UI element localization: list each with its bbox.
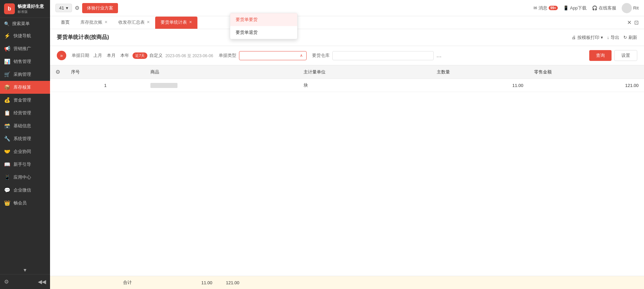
this-month-btn[interactable]: 本月 — [105, 52, 117, 59]
settings-icon[interactable]: ⚙ — [4, 279, 9, 285]
version-select[interactable]: 41 ▾ — [55, 4, 72, 12]
trial-button[interactable]: 体验行业方案 — [82, 3, 118, 13]
sidebar-bottom: ⚙ ◀◀ — [0, 274, 50, 289]
app-logo-icon: b — [4, 3, 15, 14]
refresh-btn[interactable]: ↻ 刷新 — [623, 35, 637, 41]
warehouse-more-btn[interactable]: … — [436, 52, 442, 59]
app-center-icon: 📱 — [4, 174, 10, 180]
sidebar-item-operation[interactable]: 📋 经营管理 — [0, 107, 50, 119]
print-template-btn[interactable]: 🖨 按模板打印 ▾ — [572, 35, 603, 41]
col-row-num-header: 序号 — [66, 65, 145, 79]
sidebar-item-sales[interactable]: 📊 销售管理 — [0, 55, 50, 68]
recent-7-days-btn[interactable]: 近7天 — [133, 52, 147, 59]
filter-bar: » 单据日期 上月 本月 本年 近7天 自定义 2023-05-06 至 202… — [50, 46, 644, 65]
col-amount-header: 零售金额 — [529, 65, 644, 79]
topbar-right: ✉ 消息 99+ 📱 App下载 🎧 在线客服 Rit — [533, 3, 639, 13]
tab-close-inventory-batch[interactable]: ✕ — [104, 20, 108, 24]
date-filter-group: 单据日期 上月 本月 本年 近7天 自定义 2023-05-06 至 2023-… — [72, 52, 213, 59]
wechat-icon: 💬 — [4, 187, 10, 193]
type-select-field[interactable] — [243, 53, 297, 58]
message-icon: ✉ — [533, 5, 537, 10]
tab-inventory-batch[interactable]: 库存批次账 ✕ — [75, 17, 113, 29]
filter-expand-btn[interactable]: » — [57, 51, 66, 60]
guide-icon: 📖 — [4, 161, 10, 168]
sidebar-item-finance[interactable]: 💰 资金管理 — [0, 94, 50, 107]
col-settings-icon[interactable]: ⚙ — [55, 69, 60, 75]
sidebar-scroll-down[interactable]: ▼ — [0, 266, 50, 274]
tab-close-receivable-summary[interactable]: ✕ — [147, 20, 150, 24]
goods-blurred — [150, 83, 177, 88]
sidebar-item-member[interactable]: 👑 畅会员 — [0, 197, 50, 209]
footer-label: 合计 — [123, 280, 191, 286]
headset-icon: 🎧 — [592, 5, 597, 10]
finance-icon: 💰 — [4, 97, 10, 103]
date-filter-label: 单据日期 — [72, 52, 89, 59]
refresh-icon: ↻ — [623, 35, 627, 40]
system-icon: 🔧 — [4, 136, 10, 142]
close-all-tabs-btn[interactable]: ✕ — [627, 19, 631, 26]
type-filter-group: 单据类型 ∧ — [219, 51, 307, 60]
custom-date-btn[interactable]: 自定义 — [149, 52, 163, 59]
app-logo-text: 畅捷通好生意 标准版 — [18, 3, 44, 14]
expand-tabs-btn[interactable]: ⊡ — [634, 19, 639, 26]
type-select[interactable]: ∧ — [239, 51, 307, 60]
search-icon: 🔍 — [4, 21, 9, 26]
page-header: 要货单统计表(按商品) 🖨 按模板打印 ▾ ↓ 导出 ↻ 刷新 — [50, 29, 644, 46]
tab-close-order-summary[interactable]: ✕ — [189, 20, 192, 24]
table-container: ⚙ 序号 商品 主计量单位 主数量 零售金额 1 — [50, 65, 644, 276]
topbar-settings-icon[interactable]: ⚙ — [75, 5, 79, 11]
row-settings-cell — [50, 79, 66, 92]
sidebar-item-marketing[interactable]: 📢 营销推广 — [0, 42, 50, 55]
member-icon: 👑 — [4, 200, 10, 206]
this-year-btn[interactable]: 本年 — [119, 52, 130, 59]
col-goods-header: 商品 — [145, 65, 298, 79]
sidebar-item-basic[interactable]: 🗃️ 基础信息 — [0, 119, 50, 132]
date-range-display: 2023-05-06 至 2023-06-06 — [165, 52, 213, 59]
sidebar-item-quick-nav[interactable]: ⚡ 快捷导航 — [0, 29, 50, 42]
tab-receivable-summary[interactable]: 收发存汇总表 ✕ — [113, 17, 155, 29]
sidebar-item-enterprise[interactable]: 🤝 企业协同 — [0, 145, 50, 158]
sidebar-item-purchase[interactable]: 🛒 采购管理 — [0, 68, 50, 81]
sidebar-item-inventory[interactable]: 📦 库存核算 — [0, 81, 50, 94]
user-profile[interactable]: Rit — [622, 3, 639, 13]
marketing-icon: 📢 — [4, 46, 10, 52]
sidebar-search[interactable]: 🔍 搜索菜单 — [0, 18, 50, 29]
online-service-btn[interactable]: 🎧 在线客服 — [592, 5, 616, 11]
row-num-cell: 1 — [66, 79, 145, 92]
sales-icon: 📊 — [4, 59, 10, 65]
date-shortcuts: 上月 本月 本年 近7天 自定义 — [92, 52, 163, 59]
export-icon: ↓ — [607, 35, 610, 40]
table-footer: 合计 11.00 121.00 — [50, 276, 644, 289]
row-unit-cell: 块 — [298, 79, 431, 92]
chevron-down-icon: ▾ — [66, 5, 68, 10]
collapse-icon[interactable]: ◀◀ — [38, 279, 46, 285]
main-area: 41 ▾ ⚙ 体验行业方案 ✉ 消息 99+ 📱 App下载 🎧 在线客服 R — [50, 0, 644, 289]
messages-btn[interactable]: ✉ 消息 99+ — [533, 5, 558, 11]
export-btn[interactable]: ↓ 导出 — [607, 35, 620, 41]
tab-order-summary[interactable]: 要货单统计表 ✕ — [155, 17, 197, 29]
table-header-row: ⚙ 序号 商品 主计量单位 主数量 零售金额 — [50, 65, 644, 79]
type-select-arrow: ∧ — [300, 53, 303, 58]
type-dropdown-menu: 要货单要货 要货单退货 — [230, 29, 297, 39]
sidebar-item-wechat[interactable]: 💬 企业微信 — [0, 184, 50, 197]
query-btn[interactable]: 查询 — [589, 50, 612, 61]
warehouse-input[interactable] — [332, 51, 434, 60]
sidebar-item-system[interactable]: 🔧 系统管理 — [0, 132, 50, 145]
dropdown-item-order-return[interactable]: 要货单退货 — [230, 29, 297, 39]
tab-home[interactable]: 首页 — [55, 17, 75, 29]
row-goods-cell — [145, 79, 298, 92]
app-download-btn[interactable]: 📱 App下载 — [563, 5, 587, 11]
sidebar-item-guide[interactable]: 📖 新手引导 — [0, 158, 50, 171]
col-unit-header: 主计量单位 — [298, 65, 431, 79]
filter-settings-btn[interactable]: 设置 — [614, 50, 637, 61]
print-icon: 🖨 — [572, 35, 576, 40]
last-month-btn[interactable]: 上月 — [92, 52, 103, 59]
page-title: 要货单统计表(按商品) — [57, 34, 109, 41]
quick-nav-icon: ⚡ — [4, 33, 10, 39]
sidebar: b 畅捷通好生意 标准版 🔍 搜索菜单 ⚡ 快捷导航 📢 营销推广 📊 销售管理… — [0, 0, 50, 289]
type-select-input[interactable]: ∧ — [239, 51, 307, 60]
table-body: 1 块 11.00 121.00 — [50, 79, 644, 92]
tabbar: 首页 库存批次账 ✕ 收发存汇总表 ✕ 要货单统计表 ✕ ✕ ⊡ — [50, 16, 644, 29]
sidebar-item-app-center[interactable]: 📱 应用中心 — [0, 171, 50, 184]
row-amount-cell: 121.00 — [529, 79, 644, 92]
